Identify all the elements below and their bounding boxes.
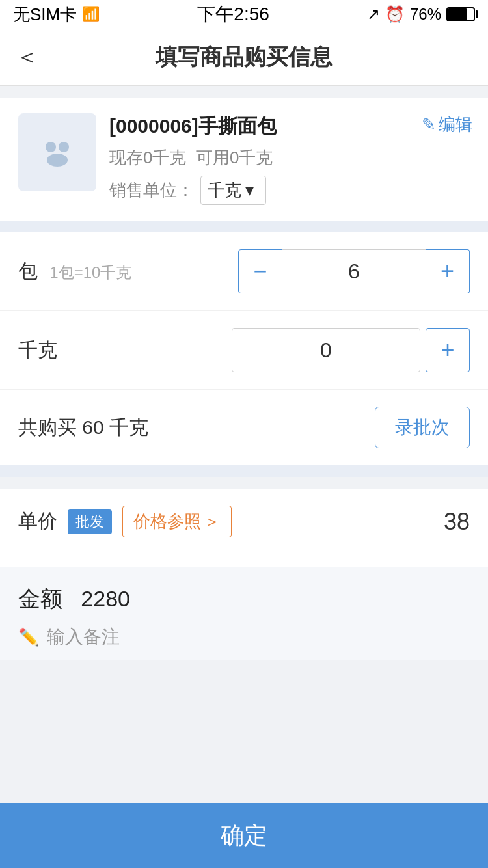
kg-controls: +	[232, 328, 470, 372]
amount-row: 金额 2280	[18, 584, 470, 614]
product-name: [0000006]手撕面包	[109, 113, 470, 140]
price-tag: 批发	[68, 509, 112, 534]
pencil-icon: ✏️	[18, 627, 39, 647]
kg-input[interactable]	[232, 328, 420, 372]
bao-input-row: 包 1包=10千克 − +	[0, 232, 488, 311]
location-icon: ↗	[367, 5, 380, 23]
bao-controls: − +	[238, 249, 470, 293]
alarm-icon: ⏰	[385, 5, 405, 23]
carrier-label: 无SIM卡	[13, 3, 77, 26]
divider-2	[0, 465, 488, 477]
battery-percent: 76%	[410, 5, 441, 23]
bao-sub-label: 1包=10千克	[49, 264, 131, 281]
page-title: 填写商品购买信息	[156, 42, 332, 72]
record-batch-button[interactable]: 录批次	[375, 407, 470, 448]
product-card: [0000006]手撕面包 现存0千克 可用0千克 销售单位： 千克 ▾ ✎ 编…	[0, 98, 488, 221]
bao-plus-button[interactable]: +	[426, 249, 470, 293]
back-button[interactable]: ＜	[16, 41, 39, 73]
svg-point-1	[59, 142, 69, 152]
bao-input[interactable]	[282, 249, 426, 293]
chevron-down-icon: ▾	[245, 180, 254, 200]
product-stock: 现存0千克 可用0千克	[109, 146, 470, 169]
remark-placeholder: 输入备注	[47, 625, 120, 649]
svg-point-2	[47, 154, 68, 167]
battery-icon	[446, 7, 475, 21]
nav-bar: ＜ 填写商品购买信息	[0, 29, 488, 86]
summary-qty: 60	[82, 416, 103, 438]
price-value: 38	[444, 508, 470, 536]
status-bar: 无SIM卡 📶 下午2:56 ↗ ⏰ 76%	[0, 0, 488, 29]
amount-section: 金额 2280 ✏️ 输入备注	[0, 567, 488, 660]
bao-label: 包 1包=10千克	[18, 258, 238, 285]
chevron-right-icon: ＞	[204, 510, 221, 533]
price-section: 单价 批发 价格参照 ＞ 38	[0, 489, 488, 567]
svg-point-0	[46, 142, 56, 152]
edit-button[interactable]: ✎ 编辑	[422, 113, 472, 136]
amount-label: 金额	[18, 586, 62, 611]
edit-icon: ✎	[422, 115, 436, 135]
unit-select[interactable]: 千克 ▾	[200, 176, 266, 205]
bao-minus-button[interactable]: −	[238, 249, 282, 293]
product-info: [0000006]手撕面包 现存0千克 可用0千克 销售单位： 千克 ▾	[109, 113, 470, 205]
kg-label: 千克	[18, 337, 232, 364]
product-logo-icon	[38, 133, 77, 172]
summary-unit: 千克	[109, 416, 148, 438]
summary-row: 共购买 60 千克 录批次	[0, 390, 488, 465]
price-row: 单价 批发 价格参照 ＞ 38	[18, 506, 470, 537]
status-right: ↗ ⏰ 76%	[367, 5, 475, 23]
kg-input-row: 千克 +	[0, 311, 488, 390]
status-time: 下午2:56	[197, 2, 269, 27]
status-left: 无SIM卡 📶	[13, 3, 100, 26]
product-thumbnail	[18, 113, 96, 191]
product-unit: 销售单位： 千克 ▾	[109, 176, 470, 205]
confirm-button[interactable]: 确定	[0, 803, 488, 868]
divider-1	[0, 221, 488, 232]
price-label: 单价	[18, 508, 57, 535]
input-section: 包 1包=10千克 − + 千克 + 共购买 60 千克 录批次	[0, 232, 488, 465]
amount-value: 2280	[81, 586, 130, 611]
price-reference-button[interactable]: 价格参照 ＞	[122, 506, 232, 537]
remark-row[interactable]: ✏️ 输入备注	[18, 625, 470, 649]
wifi-icon: 📶	[82, 6, 100, 23]
summary-text: 共购买 60 千克	[18, 414, 148, 441]
kg-plus-button[interactable]: +	[426, 328, 470, 372]
